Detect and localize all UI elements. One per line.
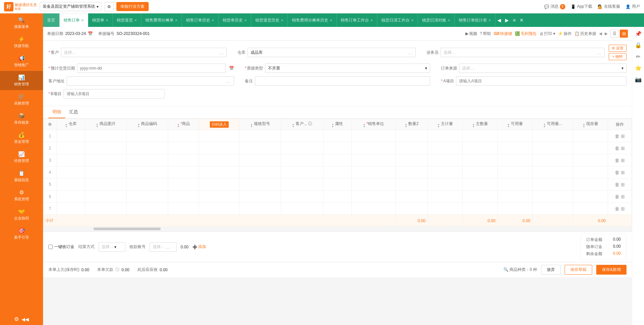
row-copy-icon[interactable]: ⊞: [621, 182, 625, 187]
shortcut-action[interactable]: ⌨ 快捷键: [494, 31, 512, 37]
tab-close-icon[interactable]: ✕: [244, 18, 247, 22]
warehouse-input[interactable]: 成品库 …: [248, 48, 416, 57]
tab-cost-history[interactable]: 销售费用分摊单历史 ✕: [288, 13, 337, 27]
row-copy-icon[interactable]: ⊞: [621, 206, 625, 211]
row-copy-icon[interactable]: ⊞: [621, 146, 625, 151]
row-copy-icon[interactable]: ⊞: [621, 133, 625, 139]
settings-icon[interactable]: ⚙: [104, 2, 114, 11]
row-copy-icon[interactable]: ⊞: [621, 170, 625, 175]
add-button[interactable]: ➕ 添加: [192, 244, 206, 250]
tab-cost-split[interactable]: 销售费用分摊单 ✕: [141, 13, 182, 27]
user-item[interactable]: 👤 用户: [626, 4, 640, 9]
tab-invoice[interactable]: 销货单 ✕: [88, 13, 113, 27]
nav-next-icon[interactable]: ▶: [605, 31, 608, 36]
aproject-input[interactable]: [456, 76, 627, 86]
order-source-select[interactable]: 选择... ▾: [459, 64, 627, 73]
row-delete-icon[interactable]: 🗑: [615, 146, 619, 151]
invoice-select[interactable]: 不开票 ▾: [265, 64, 430, 73]
collect-deposit-check[interactable]: [48, 245, 53, 249]
right-tool-pin[interactable]: 📌: [633, 28, 644, 39]
tab-daily-workbench[interactable]: 钱货日清工作台 ✕: [377, 13, 418, 27]
settle-method-select[interactable]: 选择... ▾: [99, 242, 125, 252]
save-draft-button[interactable]: 保存草稿: [565, 265, 592, 275]
scroll-indicator[interactable]: [43, 228, 632, 232]
save-new-button[interactable]: 保存&新增: [596, 265, 627, 275]
industry-button[interactable]: 体验行业方案: [116, 2, 149, 11]
row-delete-icon[interactable]: 🗑: [615, 206, 619, 211]
help-action[interactable]: ? 帮助: [480, 31, 491, 37]
right-tool-star[interactable]: ⭐: [633, 63, 644, 73]
tab-invoice-history[interactable]: 销货单历史 ✕: [219, 13, 251, 27]
customer-input[interactable]: 选择... …: [61, 48, 227, 57]
tab-close-all-icon[interactable]: ✕: [518, 13, 526, 27]
right-tool-lock[interactable]: 🔒: [633, 40, 644, 50]
sidebar-item-inventory[interactable]: 📦 库存核算: [0, 109, 43, 128]
sidebar-item-marketing[interactable]: 📢 营销推广: [0, 52, 43, 71]
row-delete-icon[interactable]: 🗑: [615, 182, 619, 187]
receipt-account-select[interactable]: 选择... …: [150, 242, 177, 252]
discard-button[interactable]: 放弃: [541, 265, 561, 275]
row-delete-icon[interactable]: 🗑: [615, 158, 619, 163]
online-support-item[interactable]: 💁 在线客服: [598, 4, 620, 9]
video-action[interactable]: ▶ 视频: [465, 31, 477, 37]
delivery-input[interactable]: [77, 64, 226, 73]
tab-close-icon[interactable]: ✕: [448, 18, 450, 22]
row-copy-icon[interactable]: ⊞: [621, 194, 625, 199]
sidebar-item-system[interactable]: ⚙ 系统管理: [0, 186, 43, 205]
bproject-input[interactable]: [64, 89, 164, 98]
sidebar-item-operation[interactable]: 📈 经营管理: [0, 148, 43, 167]
system-selector[interactable]: 装备及固定资产辅助管理系统 ▾: [40, 2, 102, 11]
sidebar-item-finance[interactable]: 💰 资金管理: [0, 128, 43, 148]
tab-return-history[interactable]: 销货退货历史 ✕: [251, 13, 288, 27]
tab-return[interactable]: 销货退货 ✕: [113, 13, 141, 27]
tab-close-icon[interactable]: ✕: [106, 18, 108, 22]
scan-button[interactable]: 扫码录入: [210, 121, 229, 128]
receipt-more-icon[interactable]: …: [165, 244, 170, 250]
staff-input[interactable]: 选择... …: [441, 48, 605, 57]
tab-order-workbench[interactable]: 销售订单工作台 ✕: [337, 13, 377, 27]
operation-action[interactable]: ⚡ 操作: [558, 31, 572, 37]
app-download-item[interactable]: 📱 App下载: [571, 4, 592, 9]
delivery-calendar-icon[interactable]: 📅: [229, 66, 234, 71]
address-more-icon[interactable]: …: [226, 78, 231, 84]
sidebar-collapse-icon[interactable]: ◀◀: [22, 317, 29, 322]
tab-prev-icon[interactable]: ◀: [495, 13, 503, 27]
tab-summary[interactable]: 汇总: [65, 106, 82, 118]
row-delete-icon[interactable]: 🗑: [615, 170, 619, 175]
warehouse-more-icon[interactable]: …: [408, 50, 413, 55]
tab-next-icon[interactable]: ▶: [503, 13, 511, 27]
tab-reconcile[interactable]: 钱货日清对账 ✕: [418, 13, 455, 27]
history-action[interactable]: 📋 历史单据: [574, 31, 596, 37]
sidebar-item-collab[interactable]: 🤝 企业协同: [0, 205, 43, 224]
tab-close-icon[interactable]: ✕: [370, 18, 373, 22]
tab-close-icon[interactable]: ✕: [212, 18, 214, 22]
right-tool-camera[interactable]: 📷: [633, 74, 644, 85]
sidebar-item-guide[interactable]: 🎯 新手引导: [0, 224, 43, 243]
calendar-icon[interactable]: 📅: [88, 31, 93, 36]
tab-close-icon[interactable]: ✕: [81, 18, 84, 22]
tab-close-icon[interactable]: ✕: [134, 18, 137, 22]
add-material-btn[interactable]: + 物料: [609, 53, 627, 60]
tab-menu-icon[interactable]: ≡: [511, 13, 518, 27]
collect-deposit-checkbox[interactable]: 一键收订金: [48, 244, 74, 250]
tab-stats[interactable]: 销售订单统计表 ✕: [455, 13, 495, 27]
grid-view-btn[interactable]: ▤: [620, 30, 628, 38]
remark-input[interactable]: [255, 76, 430, 86]
tab-sales-order[interactable]: 销售订单 ✕: [60, 13, 88, 27]
list-view-btn[interactable]: ☰: [610, 30, 618, 38]
sidebar-item-quicknav[interactable]: ⚡ 快捷导航: [0, 33, 43, 52]
tab-order-history[interactable]: 销售订单历史 ✕: [182, 13, 219, 27]
settings-btn[interactable]: ⚙ 设置: [609, 45, 627, 52]
nav-prev-icon[interactable]: ◀: [599, 31, 602, 36]
tab-close-icon[interactable]: ✕: [411, 18, 414, 22]
profit-action[interactable]: 💹 毛利预告: [515, 31, 537, 37]
tab-detail[interactable]: 明细: [48, 106, 65, 118]
sidebar-item-sales[interactable]: 📊 销售管理: [0, 71, 43, 90]
right-tool-edit[interactable]: ✏: [633, 51, 644, 62]
row-delete-icon[interactable]: 🗑: [615, 133, 619, 139]
sidebar-gear-icon[interactable]: ⚙: [14, 316, 19, 322]
address-input[interactable]: …: [67, 76, 234, 86]
row-delete-icon[interactable]: 🗑: [615, 194, 619, 199]
tab-close-icon[interactable]: ✕: [175, 18, 178, 22]
message-item[interactable]: 💬 消息 9: [544, 4, 565, 9]
